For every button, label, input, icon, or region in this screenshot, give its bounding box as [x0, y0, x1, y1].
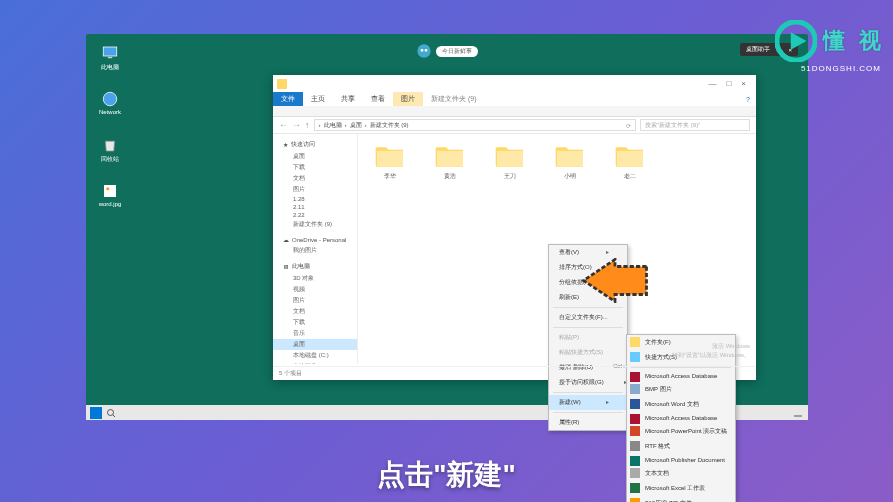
sidebar-thispc[interactable]: 🖥 此电脑	[273, 260, 357, 273]
tutorial-caption: 点击"新建"	[377, 456, 516, 494]
tab-picture[interactable]: 图片	[393, 92, 423, 106]
brand-logo: 懂 视 51DONGSHI.COM	[775, 20, 881, 62]
sidebar-item[interactable]: 图片	[273, 295, 357, 306]
menu-item[interactable]: 分组依据(P)▸	[549, 275, 627, 290]
menu-item[interactable]: 属性(R)	[549, 415, 627, 430]
folder-content[interactable]: 李华黄浩王刀小明老二 查看(V)▸排序方式(O)▸分组依据(P)▸刷新(E)自定…	[358, 134, 756, 364]
search-input[interactable]: 搜索"新建文件夹 (9)"	[640, 119, 750, 131]
ribbon-body	[273, 106, 756, 117]
desktop-icon-file[interactable]: word.jpg	[96, 182, 124, 207]
svg-point-7	[425, 49, 428, 52]
sidebar-item[interactable]: 下载	[273, 317, 357, 328]
top-assistant-bar: 今日新鲜事	[416, 43, 478, 59]
menu-item[interactable]: 新建(W)▸	[549, 395, 627, 410]
nav-forward[interactable]: →	[292, 120, 301, 130]
folder-item[interactable]: 小明	[554, 142, 586, 181]
nav-up[interactable]: ↑	[305, 120, 310, 130]
sidebar-item[interactable]: 桌面	[273, 151, 357, 162]
menu-item[interactable]: Microsoft PowerPoint 演示文稿	[627, 424, 735, 439]
maximize-button[interactable]: □	[726, 79, 731, 88]
status-bar: 5 个项目	[273, 366, 756, 380]
computer-icon	[101, 44, 119, 62]
svg-rect-8	[90, 407, 102, 419]
minimize-button[interactable]: —	[708, 79, 716, 88]
network-icon	[101, 90, 119, 108]
sidebar-item[interactable]: 我的图片	[273, 245, 357, 256]
folder-item[interactable]: 王刀	[494, 142, 526, 181]
svg-point-2	[103, 92, 117, 106]
sidebar-item[interactable]: 2.11	[273, 203, 357, 211]
sidebar-item[interactable]: 本地磁盘 (C:)	[273, 350, 357, 361]
menu-item[interactable]: 自定义文件夹(F)...	[549, 310, 627, 325]
menu-item[interactable]: 粘贴(P)	[549, 330, 627, 345]
ribbon-tabs: 文件 主页 共享 查看 图片 新建文件夹 (9) ?	[273, 92, 756, 106]
sidebar-item[interactable]: 下载	[273, 162, 357, 173]
menu-item[interactable]: RTF 格式	[627, 439, 735, 454]
activation-watermark: 激活 Windows 转到"设置"以激活 Windows。	[672, 342, 750, 360]
image-icon	[101, 182, 119, 200]
sidebar-item[interactable]: 1.28	[273, 195, 357, 203]
search-icon[interactable]	[105, 407, 117, 419]
play-icon	[775, 20, 817, 62]
menu-item[interactable]: 360压缩 ZIP 文件	[627, 496, 735, 502]
menu-item[interactable]: Microsoft Publisher Document	[627, 454, 735, 466]
breadcrumb[interactable]: ›此电脑 ›桌面 ›新建文件夹 (9) ⟳	[314, 119, 637, 131]
svg-rect-1	[108, 57, 113, 59]
desktop-icon-recycle[interactable]: 回收站	[96, 136, 124, 164]
nav-pane[interactable]: ★ 快速访问 桌面 下载 文档 图片 1.28 2.11 2.22 新建文件夹 …	[273, 134, 358, 364]
address-bar-row: ← → ↑ ›此电脑 ›桌面 ›新建文件夹 (9) ⟳ 搜索"新建文件夹 (9)…	[273, 117, 756, 134]
tray-icon[interactable]	[792, 407, 804, 419]
sidebar-item[interactable]: 图片	[273, 184, 357, 195]
sidebar-item-desktop[interactable]: 桌面	[273, 339, 357, 350]
file-explorer-window: — □ × 文件 主页 共享 查看 图片 新建文件夹 (9) ? ← → ↑ ›…	[273, 75, 756, 380]
context-menu[interactable]: 查看(V)▸排序方式(O)▸分组依据(P)▸刷新(E)自定义文件夹(F)...粘…	[548, 244, 628, 431]
titlebar[interactable]: — □ ×	[273, 75, 756, 92]
menu-item[interactable]: Microsoft Word 文档	[627, 397, 735, 412]
svg-rect-3	[104, 185, 116, 197]
start-icon[interactable]	[90, 407, 102, 419]
desktop-icon-network[interactable]: Network	[96, 90, 124, 115]
sidebar-item[interactable]: 音乐	[273, 328, 357, 339]
desktop-icon-thispc[interactable]: 此电脑	[96, 44, 124, 72]
sidebar-item[interactable]: 新建文件夹 (9)	[273, 219, 357, 230]
menu-item[interactable]: Microsoft Access Database	[627, 412, 735, 424]
refresh-icon[interactable]: ⟳	[626, 122, 631, 129]
svg-point-4	[106, 187, 109, 190]
svg-point-6	[421, 49, 424, 52]
sidebar-onedrive[interactable]: ☁ OneDrive - Personal	[273, 234, 357, 245]
tab-share[interactable]: 共享	[333, 92, 363, 106]
tab-home[interactable]: 主页	[303, 92, 333, 106]
sidebar-quick-access[interactable]: ★ 快速访问	[273, 138, 357, 151]
sidebar-item[interactable]: 3D 对象	[273, 273, 357, 284]
svg-point-9	[108, 409, 114, 415]
sidebar-item[interactable]: 视频	[273, 284, 357, 295]
menu-item[interactable]: BMP 图片	[627, 382, 735, 397]
menu-item[interactable]: Microsoft Excel 工作表	[627, 481, 735, 496]
help-button[interactable]: ?	[746, 96, 756, 103]
sidebar-item[interactable]: 2.22	[273, 211, 357, 219]
menu-item[interactable]: 排序方式(O)▸	[549, 260, 627, 275]
assistant-icon	[416, 43, 432, 59]
news-bubble[interactable]: 今日新鲜事	[436, 46, 478, 57]
sidebar-item[interactable]: 文档	[273, 306, 357, 317]
menu-item[interactable]: 文本文档	[627, 466, 735, 481]
menu-item[interactable]: 查看(V)▸	[549, 245, 627, 260]
menu-item[interactable]: 粘贴快捷方式(S)	[549, 345, 627, 360]
close-button[interactable]: ×	[741, 79, 746, 88]
tab-view[interactable]: 查看	[363, 92, 393, 106]
tab-extra: 新建文件夹 (9)	[423, 92, 485, 106]
folder-item[interactable]: 老二	[614, 142, 646, 181]
tab-file[interactable]: 文件	[273, 92, 303, 106]
svg-line-10	[113, 415, 115, 417]
folder-item[interactable]: 李华	[374, 142, 406, 181]
sidebar-item[interactable]: 本地磁盘 (D:)	[273, 361, 357, 364]
svg-point-5	[417, 44, 430, 57]
recycle-icon	[101, 136, 119, 154]
svg-rect-0	[103, 47, 117, 56]
sidebar-item[interactable]: 文档	[273, 173, 357, 184]
nav-back[interactable]: ←	[279, 120, 288, 130]
folder-item[interactable]: 黄浩	[434, 142, 466, 181]
folder-icon	[277, 79, 287, 89]
menu-item[interactable]: 刷新(E)	[549, 290, 627, 305]
